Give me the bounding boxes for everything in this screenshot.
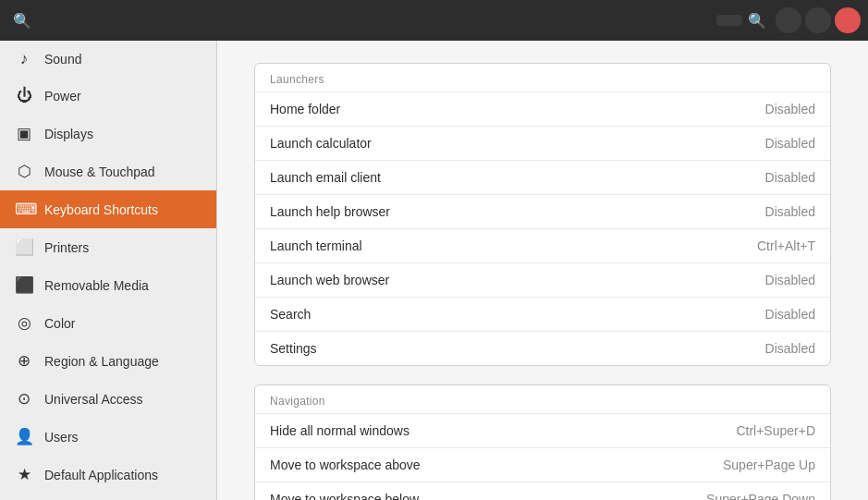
search-right-icon: 🔍 bbox=[748, 12, 766, 30]
close-button[interactable] bbox=[835, 7, 861, 33]
sidebar-item-color[interactable]: ◎Color bbox=[0, 304, 216, 342]
shortcut-row[interactable]: Hide all normal windowsCtrl+Super+D bbox=[255, 413, 830, 447]
sidebar-label-users: Users bbox=[44, 430, 79, 445]
shortcut-name: Move to workspace below bbox=[270, 492, 706, 500]
sidebar-item-printers[interactable]: ⬜Printers bbox=[0, 228, 216, 266]
shortcut-value: Disabled bbox=[765, 307, 815, 322]
shortcut-row[interactable]: Launch email clientDisabled bbox=[255, 160, 830, 194]
shortcut-value: Disabled bbox=[765, 102, 815, 116]
shortcut-row[interactable]: Launch terminalCtrl+Alt+T bbox=[255, 228, 830, 262]
titlebar: 🔍 🔍 bbox=[0, 0, 868, 41]
titlebar-search-right-button[interactable]: 🔍 bbox=[742, 6, 772, 35]
sidebar-label-sound: Sound bbox=[44, 52, 81, 67]
sidebar-label-region-language: Region & Language bbox=[44, 354, 159, 369]
shortcut-name: Search bbox=[270, 307, 765, 322]
content-area: LaunchersHome folderDisabledLaunch calcu… bbox=[217, 41, 868, 500]
shortcut-value: Disabled bbox=[765, 273, 815, 287]
shortcut-name: Move to workspace above bbox=[270, 457, 723, 472]
menu-button[interactable] bbox=[687, 15, 702, 26]
shortcut-value: Ctrl+Super+D bbox=[736, 423, 815, 438]
sidebar-item-users[interactable]: 👤Users bbox=[0, 418, 216, 456]
window-controls: 🔍 bbox=[742, 6, 861, 35]
titlebar-left-area bbox=[37, 15, 709, 26]
shortcut-name: Launch help browser bbox=[270, 204, 765, 219]
sidebar-label-keyboard-shortcuts: Keyboard Shortcuts bbox=[44, 202, 158, 217]
sidebar: ♪Sound⏻Power▣Displays⬡Mouse & Touchpad⌨K… bbox=[0, 41, 217, 500]
region-language-icon: ⊕ bbox=[15, 351, 33, 371]
section-header-navigation: Navigation bbox=[255, 385, 830, 413]
shortcut-row[interactable]: Launch calculatorDisabled bbox=[255, 126, 830, 160]
removable-media-icon: ⬛ bbox=[15, 275, 33, 295]
sidebar-label-mouse-touchpad: Mouse & Touchpad bbox=[44, 165, 155, 179]
shortcut-row[interactable]: SettingsDisabled bbox=[255, 331, 830, 365]
main-layout: ♪Sound⏻Power▣Displays⬡Mouse & Touchpad⌨K… bbox=[0, 41, 868, 500]
shortcut-name: Launch email client bbox=[270, 170, 765, 185]
sidebar-label-displays: Displays bbox=[44, 127, 93, 141]
shortcut-name: Launch web browser bbox=[270, 273, 765, 287]
shortcut-row[interactable]: Move to workspace aboveSuper+Page Up bbox=[255, 447, 830, 482]
sidebar-item-removable-media[interactable]: ⬛Removable Media bbox=[0, 266, 216, 304]
displays-icon: ▣ bbox=[15, 124, 33, 143]
maximize-button[interactable] bbox=[805, 7, 831, 33]
sidebar-label-removable-media: Removable Media bbox=[44, 278, 149, 293]
section-header-launchers: Launchers bbox=[255, 64, 830, 91]
sound-icon: ♪ bbox=[15, 50, 33, 68]
shortcut-value: Disabled bbox=[765, 170, 815, 185]
shortcut-value: Super+Page Up bbox=[723, 457, 815, 472]
sidebar-item-displays[interactable]: ▣Displays bbox=[0, 115, 216, 152]
shortcut-value: Disabled bbox=[765, 341, 815, 356]
shortcut-value: Disabled bbox=[765, 204, 815, 219]
shortcut-name: Launch terminal bbox=[270, 238, 757, 253]
keyboard-shortcuts-icon: ⌨ bbox=[15, 200, 33, 219]
universal-access-icon: ⊙ bbox=[15, 389, 33, 409]
search-icon: 🔍 bbox=[13, 12, 31, 30]
sidebar-item-power[interactable]: ⏻Power bbox=[0, 78, 216, 115]
sidebar-item-sound[interactable]: ♪Sound bbox=[0, 41, 216, 78]
section-launchers: LaunchersHome folderDisabledLaunch calcu… bbox=[254, 63, 831, 366]
shortcut-row[interactable]: Home folderDisabled bbox=[255, 91, 830, 126]
sidebar-label-default-applications: Default Applications bbox=[44, 468, 158, 482]
sidebar-label-printers: Printers bbox=[44, 240, 89, 255]
section-navigation: NavigationHide all normal windowsCtrl+Su… bbox=[254, 384, 831, 500]
users-icon: 👤 bbox=[15, 427, 33, 446]
shortcut-row[interactable]: SearchDisabled bbox=[255, 297, 830, 331]
shortcut-row[interactable]: Launch web browserDisabled bbox=[255, 262, 830, 297]
mouse-touchpad-icon: ⬡ bbox=[15, 162, 33, 181]
sidebar-item-keyboard-shortcuts[interactable]: ⌨Keyboard Shortcuts bbox=[0, 190, 216, 228]
power-icon: ⏻ bbox=[15, 87, 33, 105]
reset-all-button[interactable] bbox=[716, 15, 742, 26]
shortcut-name: Hide all normal windows bbox=[270, 423, 736, 438]
shortcut-row[interactable]: Launch help browserDisabled bbox=[255, 194, 830, 228]
printers-icon: ⬜ bbox=[15, 238, 33, 257]
sidebar-item-universal-access[interactable]: ⊙Universal Access bbox=[0, 380, 216, 418]
shortcut-row[interactable]: Move to workspace belowSuper+Page Down bbox=[255, 482, 830, 500]
color-icon: ◎ bbox=[15, 313, 33, 333]
shortcut-name: Home folder bbox=[270, 102, 765, 116]
shortcut-value: Ctrl+Alt+T bbox=[757, 238, 815, 253]
sidebar-label-universal-access: Universal Access bbox=[44, 392, 143, 407]
shortcut-name: Settings bbox=[270, 341, 765, 356]
sidebar-label-power: Power bbox=[44, 89, 81, 104]
shortcut-value: Disabled bbox=[765, 136, 815, 151]
shortcut-value: Super+Page Down bbox=[706, 492, 815, 500]
sidebar-label-color: Color bbox=[44, 316, 75, 331]
default-applications-icon: ★ bbox=[15, 465, 33, 484]
minimize-button[interactable] bbox=[776, 7, 801, 33]
sidebar-item-region-language[interactable]: ⊕Region & Language bbox=[0, 342, 216, 380]
sidebar-item-default-applications[interactable]: ★Default Applications bbox=[0, 456, 216, 494]
sidebar-item-mouse-touchpad[interactable]: ⬡Mouse & Touchpad bbox=[0, 152, 216, 190]
titlebar-search-button[interactable]: 🔍 bbox=[7, 6, 37, 35]
shortcut-name: Launch calculator bbox=[270, 136, 765, 151]
